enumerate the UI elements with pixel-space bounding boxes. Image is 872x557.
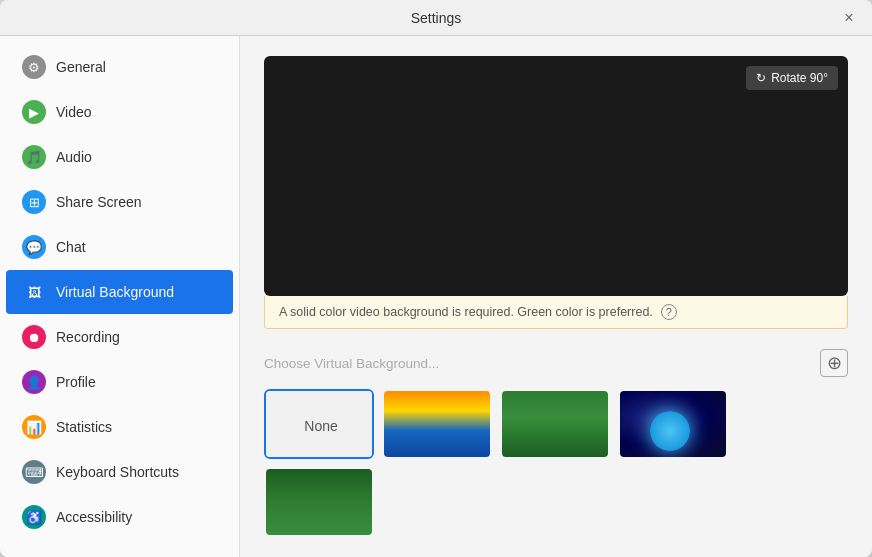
bg-bridge-image bbox=[384, 391, 490, 457]
profile-label: Profile bbox=[56, 374, 96, 390]
video-preview: ↻ Rotate 90° bbox=[264, 56, 848, 296]
sidebar: ⚙General▶Video🎵Audio⊞Share Screen💬Chat🖼V… bbox=[0, 36, 240, 557]
sidebar-item-share-screen[interactable]: ⊞Share Screen bbox=[6, 180, 233, 224]
sidebar-item-profile[interactable]: 👤Profile bbox=[6, 360, 233, 404]
keyboard-shortcuts-label: Keyboard Shortcuts bbox=[56, 464, 179, 480]
profile-icon: 👤 bbox=[22, 370, 46, 394]
bg-none-item[interactable]: None bbox=[264, 389, 374, 459]
bg-space-image bbox=[620, 391, 726, 457]
background-section: Choose Virtual Background... ⊕ None bbox=[264, 349, 848, 537]
share-screen-icon: ⊞ bbox=[22, 190, 46, 214]
info-bar: A solid color video background is requir… bbox=[264, 296, 848, 329]
virtual-background-label: Virtual Background bbox=[56, 284, 174, 300]
bg-grass-image bbox=[502, 391, 608, 457]
keyboard-shortcuts-icon: ⌨ bbox=[22, 460, 46, 484]
main-layout: ⚙General▶Video🎵Audio⊞Share Screen💬Chat🖼V… bbox=[0, 36, 872, 557]
rotate-icon: ↻ bbox=[756, 71, 766, 85]
help-icon[interactable]: ? bbox=[661, 304, 677, 320]
sidebar-item-general[interactable]: ⚙General bbox=[6, 45, 233, 89]
close-button[interactable]: × bbox=[838, 7, 860, 29]
add-icon: ⊕ bbox=[827, 352, 842, 374]
sidebar-item-recording[interactable]: ⏺Recording bbox=[6, 315, 233, 359]
bg-row-2 bbox=[264, 467, 848, 537]
recording-icon: ⏺ bbox=[22, 325, 46, 349]
statistics-icon: 📊 bbox=[22, 415, 46, 439]
general-icon: ⚙ bbox=[22, 55, 46, 79]
window-title: Settings bbox=[411, 10, 462, 26]
main-content: ↻ Rotate 90° A solid color video backgro… bbox=[240, 36, 872, 557]
rotate-label: Rotate 90° bbox=[771, 71, 828, 85]
chat-icon: 💬 bbox=[22, 235, 46, 259]
virtual-background-icon: 🖼 bbox=[22, 280, 46, 304]
sidebar-item-chat[interactable]: 💬Chat bbox=[6, 225, 233, 269]
sidebar-item-video[interactable]: ▶Video bbox=[6, 90, 233, 134]
sidebar-item-statistics[interactable]: 📊Statistics bbox=[6, 405, 233, 449]
settings-window: Settings × ⚙General▶Video🎵Audio⊞Share Sc… bbox=[0, 0, 872, 557]
bg-grass-item[interactable] bbox=[500, 389, 610, 459]
info-text: A solid color video background is requir… bbox=[279, 305, 653, 319]
general-label: General bbox=[56, 59, 106, 75]
sidebar-item-keyboard-shortcuts[interactable]: ⌨Keyboard Shortcuts bbox=[6, 450, 233, 494]
bg-forest-item[interactable] bbox=[264, 467, 374, 537]
bg-none-label: None bbox=[266, 391, 374, 459]
accessibility-icon: ♿ bbox=[22, 505, 46, 529]
audio-icon: 🎵 bbox=[22, 145, 46, 169]
bg-space-item[interactable] bbox=[618, 389, 728, 459]
bg-row-1: None bbox=[264, 389, 848, 459]
bg-bridge-item[interactable] bbox=[382, 389, 492, 459]
share-screen-label: Share Screen bbox=[56, 194, 142, 210]
video-icon: ▶ bbox=[22, 100, 46, 124]
rotate-button[interactable]: ↻ Rotate 90° bbox=[746, 66, 838, 90]
bg-header: Choose Virtual Background... ⊕ bbox=[264, 349, 848, 377]
accessibility-label: Accessibility bbox=[56, 509, 132, 525]
recording-label: Recording bbox=[56, 329, 120, 345]
add-background-button[interactable]: ⊕ bbox=[820, 349, 848, 377]
bg-label: Choose Virtual Background... bbox=[264, 356, 439, 371]
audio-label: Audio bbox=[56, 149, 92, 165]
sidebar-item-audio[interactable]: 🎵Audio bbox=[6, 135, 233, 179]
video-label: Video bbox=[56, 104, 92, 120]
chat-label: Chat bbox=[56, 239, 86, 255]
sidebar-item-accessibility[interactable]: ♿Accessibility bbox=[6, 495, 233, 539]
bg-forest-image bbox=[266, 469, 372, 535]
statistics-label: Statistics bbox=[56, 419, 112, 435]
sidebar-item-virtual-background[interactable]: 🖼Virtual Background bbox=[6, 270, 233, 314]
titlebar: Settings × bbox=[0, 0, 872, 36]
